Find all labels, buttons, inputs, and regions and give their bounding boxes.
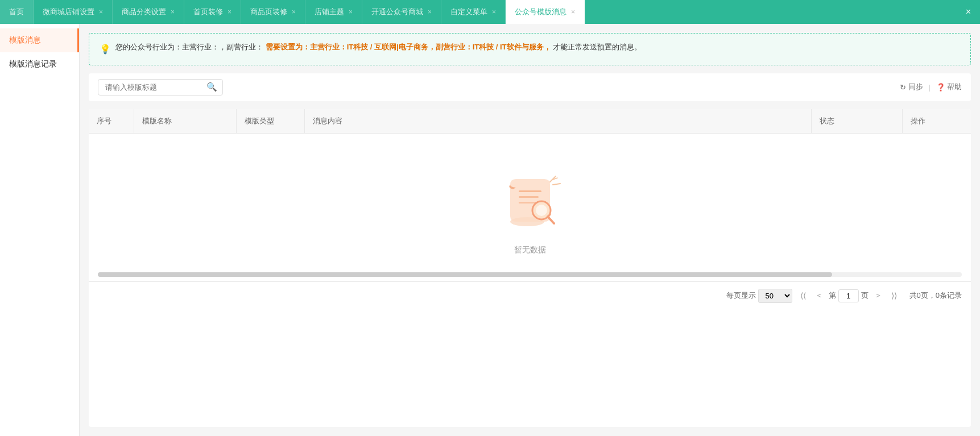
- th-index: 序号: [89, 109, 134, 133]
- sidebar-item-template[interactable]: 模版消息: [0, 28, 79, 52]
- sync-icon: ↻: [900, 83, 906, 92]
- tab-close-theme[interactable]: ×: [349, 8, 353, 16]
- empty-text: 暂无数据: [514, 245, 546, 255]
- tab-weshop[interactable]: 微商城店铺设置×: [34, 0, 113, 24]
- search-input[interactable]: [98, 79, 223, 95]
- search-input-wrap: 🔍: [98, 79, 223, 95]
- sync-label: 同步: [908, 82, 923, 92]
- help-label: 帮助: [947, 82, 962, 92]
- search-left: 🔍: [98, 79, 223, 95]
- tab-close-templatemsg[interactable]: ×: [571, 8, 575, 16]
- page-input[interactable]: [838, 289, 859, 302]
- tab-bar-close[interactable]: ×: [957, 7, 980, 17]
- table-header: 序号模版名称模版类型消息内容状态操作: [89, 109, 971, 134]
- scroll-track[interactable]: [98, 272, 962, 277]
- notice-box: 💡 您的公众号行业为：主营行业：，副营行业： 需要设置为：主营行业：IT科技 /…: [89, 33, 971, 65]
- notice-prefix: 您的公众号行业为：主营行业：，副营行业：: [115, 43, 263, 51]
- svg-rect-2: [519, 196, 539, 198]
- tab-homepage[interactable]: 首页装修×: [184, 0, 241, 24]
- tab-custommenu[interactable]: 自定义菜单×: [441, 0, 506, 24]
- th-content: 消息内容: [305, 109, 812, 133]
- tab-home[interactable]: 首页: [0, 0, 34, 24]
- first-page-button[interactable]: ⟨⟨: [797, 290, 809, 301]
- sidebar: 模版消息模版消息记录: [0, 24, 80, 436]
- page-total: 共0页，0条记录: [909, 290, 962, 301]
- content-area: 💡 您的公众号行业为：主营行业：，副营行业： 需要设置为：主营行业：IT科技 /…: [80, 24, 980, 436]
- tab-category[interactable]: 商品分类设置×: [113, 0, 184, 24]
- th-type: 模版类型: [237, 109, 305, 133]
- search-icon[interactable]: 🔍: [206, 82, 217, 92]
- page-size-dropdown[interactable]: 50 10 20 100: [758, 289, 792, 303]
- svg-line-8: [553, 184, 560, 185]
- notice-suffix: 才能正常发送预置的消息。: [553, 43, 642, 51]
- help-button[interactable]: ❓ 帮助: [936, 82, 962, 92]
- next-page-button[interactable]: ＞: [871, 289, 886, 302]
- page-label: 第: [829, 290, 836, 301]
- tab-close-category[interactable]: ×: [171, 8, 175, 16]
- empty-state: 暂无数据: [89, 134, 971, 272]
- sync-button[interactable]: ↻ 同步: [900, 82, 923, 92]
- pagination-bar: 每页显示 50 10 20 100 ⟨⟨ ＜ 第 页 ＞ ⟩⟩: [89, 281, 971, 310]
- notice-highlight: 需要设置为：主营行业：IT科技 / 互联网|电子商务，副营行业：IT科技 / I…: [266, 43, 551, 51]
- prev-page-button[interactable]: ＜: [812, 289, 826, 302]
- tab-productpage[interactable]: 商品页装修×: [241, 0, 305, 24]
- last-page-button[interactable]: ⟩⟩: [888, 290, 900, 301]
- page-unit-label: 页: [861, 290, 869, 301]
- tab-close-weshop[interactable]: ×: [99, 8, 103, 16]
- main-layout: 模版消息模版消息记录 💡 您的公众号行业为：主营行业：，副营行业： 需要设置为：…: [0, 24, 980, 436]
- page-nav: ⟨⟨ ＜ 第 页 ＞ ⟩⟩: [797, 289, 900, 302]
- divider: |: [929, 83, 931, 92]
- scroll-thumb[interactable]: [98, 272, 832, 277]
- notice-text: 您的公众号行业为：主营行业：，副营行业： 需要设置为：主营行业：IT科技 / 互…: [115, 41, 642, 53]
- tab-close-productpage[interactable]: ×: [292, 8, 296, 16]
- page-size-select: 每页显示 50 10 20 100: [726, 289, 792, 303]
- search-bar: 🔍 ↻ 同步 | ❓ 帮助: [89, 73, 971, 101]
- empty-illustration: [496, 168, 564, 236]
- tab-opencity[interactable]: 开通公众号商城×: [362, 0, 441, 24]
- page-size-label: 每页显示: [726, 290, 756, 301]
- tab-templatemsg[interactable]: 公众号模版消息×: [506, 0, 585, 24]
- table-wrap: 序号模版名称模版类型消息内容状态操作: [89, 109, 971, 427]
- sidebar-item-record[interactable]: 模版消息记录: [0, 52, 79, 76]
- notice-icon: 💡: [100, 42, 111, 57]
- tab-bar: 首页微商城店铺设置×商品分类设置×首页装修×商品页装修×店铺主题×开通公众号商城…: [0, 0, 980, 24]
- th-name: 模版名称: [134, 109, 237, 133]
- tab-close-custommenu[interactable]: ×: [492, 8, 496, 16]
- th-action: 操作: [903, 109, 971, 133]
- svg-point-5: [536, 205, 547, 216]
- svg-rect-1: [519, 190, 541, 192]
- search-right: ↻ 同步 | ❓ 帮助: [900, 82, 962, 92]
- tab-theme[interactable]: 店铺主题×: [305, 0, 362, 24]
- tab-close-homepage[interactable]: ×: [228, 8, 231, 16]
- help-icon: ❓: [936, 83, 945, 92]
- th-status: 状态: [812, 109, 903, 133]
- tab-close-opencity[interactable]: ×: [428, 8, 432, 16]
